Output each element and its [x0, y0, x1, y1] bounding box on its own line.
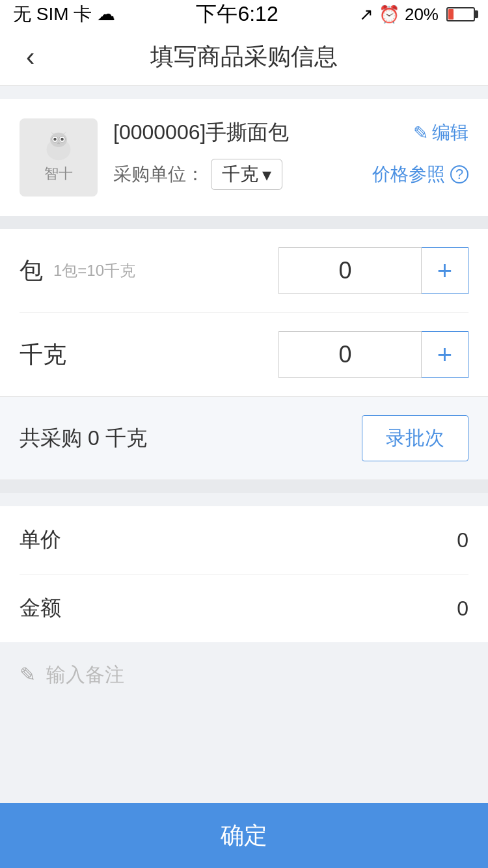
unit-value: 千克: [222, 162, 258, 187]
battery-fill: [448, 9, 454, 20]
quantity-kg-name: 千克: [20, 339, 66, 371]
summary-row: 共采购 0 千克 录批次: [0, 396, 488, 480]
battery-percent: 20%: [405, 5, 439, 25]
notes-section[interactable]: ✎ 输入备注: [0, 642, 488, 720]
status-right: ↗ ⏰ 20%: [359, 5, 475, 25]
divider-2: [0, 480, 488, 493]
quantity-section: 包 1包=10千克 + 千克 +: [0, 229, 488, 396]
product-header: [0000006]手撕面包 ✎ 编辑: [113, 118, 468, 147]
unit-price-value: 0: [457, 528, 468, 552]
sim-status: 无 SIM 卡 ☁: [13, 2, 115, 27]
quantity-kg-label: 千克: [20, 339, 66, 371]
location-icon: ↗: [359, 5, 373, 25]
quantity-row-kg: 千克 +: [20, 313, 468, 396]
back-button[interactable]: ‹: [20, 36, 41, 78]
status-left: 无 SIM 卡 ☁: [13, 2, 115, 27]
alarm-icon: ⏰: [379, 5, 400, 25]
unit-dropdown-arrow: ▾: [262, 164, 271, 185]
record-batch-button[interactable]: 录批次: [362, 415, 468, 461]
quantity-bag-hint: 1包=10千克: [53, 260, 135, 281]
amount-label: 金额: [20, 594, 61, 623]
pencil-icon: ✎: [20, 663, 36, 686]
quantity-bag-name: 包: [20, 255, 43, 287]
product-info: [0000006]手撕面包 ✎ 编辑 采购单位： 千克 ▾ 价格参照 ?: [113, 118, 468, 190]
nav-bar: ‹ 填写商品采购信息: [0, 29, 488, 86]
unit-text: 采购单位：: [113, 162, 204, 187]
quantity-kg-input[interactable]: [278, 331, 422, 378]
divider-1: [0, 216, 488, 229]
page-title: 填写商品采购信息: [150, 41, 338, 73]
status-bar: 无 SIM 卡 ☁ 下午6:12 ↗ ⏰ 20%: [0, 0, 488, 29]
quantity-kg-input-group: +: [278, 331, 468, 378]
quantity-bag-label: 包 1包=10千克: [20, 255, 135, 287]
logo-text: 智十: [44, 164, 73, 183]
product-name: [0000006]手撕面包: [113, 118, 289, 147]
unit-price-row: 单价 0: [20, 506, 468, 575]
confirm-button[interactable]: 确定: [0, 803, 488, 868]
edit-button[interactable]: ✎ 编辑: [413, 120, 468, 145]
product-logo: 智十: [33, 131, 85, 183]
unit-price-label: 单价: [20, 526, 61, 554]
product-card: 智十 [0000006]手撕面包 ✎ 编辑 采购单位： 千克 ▾ 价格参照 ?: [0, 99, 488, 216]
price-section: 单价 0 金额 0: [0, 506, 488, 642]
svg-marker-7: [51, 131, 55, 135]
edit-label: 编辑: [432, 120, 468, 145]
battery-icon: [446, 7, 475, 21]
amount-value: 0: [457, 597, 468, 621]
status-time: 下午6:12: [196, 0, 278, 29]
summary-text: 共采购 0 千克: [20, 424, 147, 453]
amount-row: 金额 0: [20, 575, 468, 642]
quantity-row-bag: 包 1包=10千克 +: [20, 229, 468, 313]
quantity-bag-plus[interactable]: +: [422, 247, 468, 294]
edit-icon: ✎: [413, 122, 428, 144]
unit-select[interactable]: 千克 ▾: [211, 159, 282, 190]
svg-point-4: [53, 138, 57, 141]
quantity-kg-plus[interactable]: +: [422, 331, 468, 378]
price-reference-button[interactable]: 价格参照 ?: [372, 162, 468, 187]
product-unit-row: 采购单位： 千克 ▾ 价格参照 ?: [113, 159, 468, 190]
price-ref-label: 价格参照: [372, 162, 445, 187]
quantity-bag-input[interactable]: [278, 247, 422, 294]
quantity-bag-input-group: +: [278, 247, 468, 294]
svg-marker-8: [62, 131, 66, 135]
product-image: 智十: [20, 118, 98, 197]
unit-label: 采购单位： 千克 ▾: [113, 159, 282, 190]
svg-point-5: [61, 138, 64, 141]
notes-placeholder: 输入备注: [46, 662, 124, 688]
price-ref-help-icon: ?: [450, 165, 468, 183]
